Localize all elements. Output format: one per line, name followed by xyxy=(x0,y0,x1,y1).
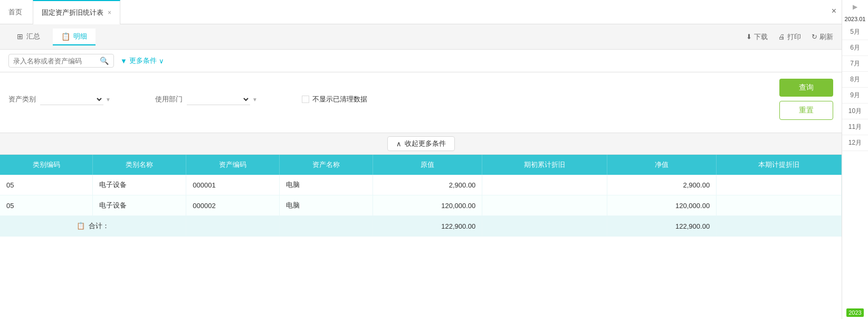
close-icon[interactable]: × xyxy=(108,9,111,16)
print-button[interactable]: 🖨 打印 xyxy=(778,32,801,42)
tab-summary-label: 汇总 xyxy=(26,32,40,41)
table-row[interactable]: 05 电子设备 000001 电脑 2,900.00 2,900.00 xyxy=(0,175,842,195)
home-link[interactable]: 首页 xyxy=(8,7,28,17)
filter-icon: ▼ xyxy=(120,57,127,65)
window-close-button[interactable]: × xyxy=(832,6,836,16)
total-original-value: 122,900.00 xyxy=(373,216,482,237)
date-display: 2023.01 xyxy=(845,14,866,24)
cell-category-code: 05 xyxy=(0,175,93,195)
sidebar-month-10[interactable]: 10月 xyxy=(842,104,868,119)
query-button[interactable]: 查询 xyxy=(779,79,833,97)
cell-current-depreciation xyxy=(717,175,842,195)
col-asset-code: 资产编码 xyxy=(186,155,280,175)
total-net-value: 122,900.00 xyxy=(607,216,717,237)
more-conditions-label: 更多条件 xyxy=(129,56,157,65)
sidebar-month-6[interactable]: 6月 xyxy=(842,40,868,56)
cell-category-name: 电子设备 xyxy=(93,175,186,195)
hide-cleared-checkbox[interactable] xyxy=(302,96,309,103)
table-row[interactable]: 05 电子设备 000002 电脑 120,000.00 120,000.00 xyxy=(0,195,842,216)
data-table: 类别编码 类别名称 资产编码 资产名称 原值 期初累计折旧 净值 本期计提折旧 … xyxy=(0,155,842,319)
department-select[interactable] xyxy=(187,93,250,105)
cell-original-value: 120,000.00 xyxy=(373,195,482,216)
total-icon: 📋 xyxy=(77,222,85,230)
total-label-cell: 📋 合计： xyxy=(0,216,186,237)
col-asset-name: 资产名称 xyxy=(280,155,373,175)
search-icon[interactable]: 🔍 xyxy=(100,57,109,65)
cell-category-name: 电子设备 xyxy=(93,195,186,216)
tab-detail[interactable]: 📋 明细 xyxy=(53,29,96,45)
sidebar-month-8[interactable]: 8月 xyxy=(842,72,868,88)
cell-net-value: 2,900.00 xyxy=(607,175,717,195)
month-sidebar: ▶ 2023.01 5月 6月 7月 8月 9月 10月 11月 12月 202… xyxy=(842,0,868,319)
tab-title: 固定资产折旧统计表 xyxy=(42,8,103,17)
download-button[interactable]: ⬇ 下载 xyxy=(746,32,768,42)
cell-category-code: 05 xyxy=(0,195,93,216)
col-accumulated-depreciation: 期初累计折旧 xyxy=(482,155,607,175)
total-current-depreciation xyxy=(717,216,842,237)
hide-cleared-label: 不显示已清理数据 xyxy=(312,95,367,104)
total-accumulated-depreciation xyxy=(482,216,607,237)
col-original-value: 原值 xyxy=(373,155,482,175)
department-label: 使用部门 xyxy=(155,95,183,104)
cell-asset-code: 000002 xyxy=(186,195,280,216)
chevron-down-icon: ∨ xyxy=(159,57,164,65)
sidebar-month-7[interactable]: 7月 xyxy=(842,56,868,72)
cell-accumulated-depreciation xyxy=(482,175,607,195)
col-category-name: 类别名称 xyxy=(93,155,186,175)
total-empty-2 xyxy=(280,216,373,237)
cell-asset-code: 000001 xyxy=(186,175,280,195)
more-conditions-button[interactable]: ▼ 更多条件 ∨ xyxy=(120,56,164,65)
tab-summary[interactable]: ⊞ 汇总 xyxy=(8,29,49,45)
refresh-label: 刷新 xyxy=(819,32,833,42)
total-row: 📋 合计： 122,900.00 122,900.00 xyxy=(0,216,842,237)
collapse-conditions-button[interactable]: ∧ 收起更多条件 xyxy=(387,136,455,151)
sidebar-month-5[interactable]: 5月 xyxy=(842,24,868,40)
col-current-depreciation: 本期计提折旧 xyxy=(717,155,842,175)
cell-net-value: 120,000.00 xyxy=(607,195,717,216)
cell-original-value: 2,900.00 xyxy=(373,175,482,195)
department-arrow: ▼ xyxy=(252,97,257,102)
reset-button[interactable]: 重置 xyxy=(779,101,833,120)
collapse-icon: ∧ xyxy=(396,140,402,148)
total-empty-1 xyxy=(186,216,280,237)
col-net-value: 净值 xyxy=(607,155,717,175)
col-category-code: 类别编码 xyxy=(0,155,93,175)
asset-category-label: 资产类别 xyxy=(8,95,36,104)
scroll-arrow-up[interactable]: ▶ xyxy=(853,0,857,14)
print-icon: 🖨 xyxy=(778,33,785,41)
cell-asset-name: 电脑 xyxy=(280,175,373,195)
asset-category-arrow: ▼ xyxy=(106,97,111,102)
refresh-button[interactable]: ↻ 刷新 xyxy=(812,32,833,42)
sidebar-month-9[interactable]: 9月 xyxy=(842,88,868,104)
cell-accumulated-depreciation xyxy=(482,195,607,216)
total-label: 合计： xyxy=(89,222,109,230)
asset-category-select[interactable] xyxy=(40,93,103,105)
summary-icon: ⊞ xyxy=(17,32,23,41)
year-badge[interactable]: 2023 xyxy=(846,308,863,317)
cell-asset-name: 电脑 xyxy=(280,195,373,216)
cell-current-depreciation xyxy=(717,195,842,216)
print-label: 打印 xyxy=(787,32,801,42)
download-label: 下载 xyxy=(754,32,768,42)
detail-icon: 📋 xyxy=(61,32,70,41)
sidebar-month-12[interactable]: 12月 xyxy=(842,135,868,151)
download-icon: ⬇ xyxy=(746,33,752,41)
search-input[interactable] xyxy=(13,57,98,65)
refresh-icon: ↻ xyxy=(812,33,817,41)
active-tab[interactable]: 固定资产折旧统计表 × xyxy=(33,0,120,24)
collapse-label: 收起更多条件 xyxy=(405,139,446,148)
tab-detail-label: 明细 xyxy=(73,32,87,41)
sidebar-month-11[interactable]: 11月 xyxy=(842,119,868,135)
